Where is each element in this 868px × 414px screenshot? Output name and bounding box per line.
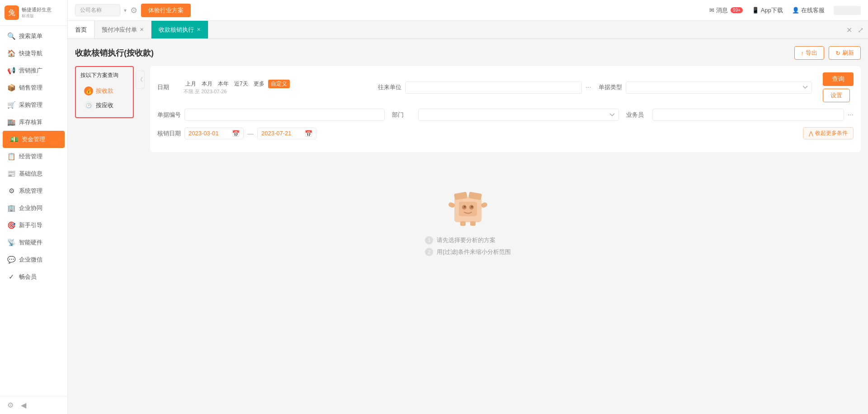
tab-expand-icon[interactable]: ⤢ (858, 25, 863, 34)
offset-date-start-input[interactable] (189, 130, 229, 137)
date-label: 日期 (157, 83, 180, 91)
svg-rect-3 (459, 202, 477, 216)
sidebar-item-quick-nav[interactable]: 🏠 快捷导航 (0, 45, 67, 62)
finance-label: 资金管理 (22, 135, 45, 143)
set-btn[interactable]: 设置 (823, 89, 850, 102)
tab-home-label: 首页 (75, 26, 87, 34)
app-download-btn[interactable]: 📱 App下载 (752, 6, 783, 14)
sidebar-item-guide[interactable]: 🎯 新手引导 (0, 217, 67, 234)
message-btn[interactable]: ✉ 消息 99+ (709, 6, 743, 14)
cal-end-icon[interactable]: 📅 (305, 130, 312, 137)
filter-row-2: 单据编号 部门 业务员 ··· (157, 109, 854, 121)
counterparty-ellipsis-icon[interactable]: ··· (585, 83, 591, 91)
offset-date-start-wrap: 📅 (184, 128, 244, 139)
date-shortcuts-wrap: 上月 本月 本年 近7天 更多 自定义 不限 至 2023-07-26 (184, 80, 290, 95)
hint-num-2: 2 (425, 248, 433, 256)
chevron-down-icon[interactable]: ▾ (124, 7, 127, 14)
sidebar-item-system[interactable]: ⚙ 系统管理 (0, 182, 67, 200)
sidebar-settings-icon[interactable]: ⚙ (7, 401, 14, 409)
tab-close-window-icon[interactable]: ✕ (846, 25, 852, 34)
basic-info-label: 基础信息 (19, 170, 42, 178)
company-selector[interactable]: 公司名称 (75, 4, 120, 16)
member-icon: ✓ (7, 273, 15, 281)
doc-no-input[interactable] (184, 109, 385, 121)
refresh-btn[interactable]: ↻ 刷新 (829, 46, 861, 60)
offset-date-field: 核销日期 📅 — 📅 (157, 128, 796, 139)
app-logo-icon: 兔 (5, 5, 19, 20)
counterparty-input[interactable] (405, 81, 582, 94)
sidebar-nav: 🔍 搜索菜单 🏠 快捷导航 📢 营销推广 📦 销售管理 🛒 采购管理 🏬 库存核… (0, 26, 67, 396)
date-shortcut-7days[interactable]: 近7天 (232, 80, 250, 88)
collapse-more-btn[interactable]: ⋀ 收起更多条件 (803, 127, 854, 139)
system-icon: ⚙ (7, 187, 15, 195)
counterparty-label: 往来单位 (378, 83, 401, 91)
sidebar-item-search[interactable]: 🔍 搜索菜单 (0, 28, 67, 45)
filter-option-by-receipt[interactable]: 💰 按收款 (80, 84, 128, 98)
employee-field: 业务员 ··· (626, 109, 854, 121)
tab-prepay-close[interactable]: ✕ (140, 27, 144, 33)
quick-nav-label: 快捷导航 (19, 49, 42, 57)
service-label: 在线客服 (801, 6, 825, 14)
basic-info-icon: 📰 (7, 170, 15, 178)
collapse-more-label: 收起更多条件 (815, 129, 848, 137)
wechat-icon: 💬 (7, 256, 15, 264)
system-label: 系统管理 (19, 187, 42, 195)
collapse-more-wrap: ⋀ 收起更多条件 (803, 127, 854, 139)
query-btn[interactable]: 查询 (823, 72, 854, 86)
date-range-separator: — (247, 130, 254, 137)
filter-option-by-receivable[interactable]: 🕐 按应收 (80, 98, 128, 113)
by-receivable-label: 按应收 (96, 101, 113, 109)
date-field: 日期 上月 本月 本年 近7天 更多 自定义 不限 至 2023-07-26 (157, 80, 371, 95)
employee-ellipsis-icon[interactable]: ··· (848, 111, 854, 119)
doc-type-select[interactable] (626, 81, 812, 94)
tab-prepay-label: 预付冲应付单 (102, 26, 137, 34)
sidebar-item-operation[interactable]: 📋 经营管理 (0, 148, 67, 165)
empty-hint-2: 2 用[过滤]条件来缩小分析范围 (425, 248, 510, 256)
date-shortcut-this-year[interactable]: 本年 (216, 80, 231, 88)
sidebar-item-hardware[interactable]: 📡 智能硬件 (0, 234, 67, 251)
tab-prepay[interactable]: 预付冲应付单 ✕ (94, 21, 151, 38)
tab-home[interactable]: 首页 (68, 21, 94, 38)
enterprise-label: 企业协同 (19, 204, 42, 212)
sidebar-item-wechat[interactable]: 💬 企业微信 (0, 251, 67, 268)
sidebar-item-inventory[interactable]: 🏬 库存核算 (0, 114, 67, 131)
hardware-icon: 📡 (7, 238, 15, 247)
sidebar-item-purchase[interactable]: 🛒 采购管理 (0, 96, 67, 114)
online-service-btn[interactable]: 👤 在线客服 (792, 6, 825, 14)
collapse-sidebar-btn[interactable]: 《 (136, 71, 145, 89)
purchase-label: 采购管理 (19, 101, 42, 109)
hint-num-1: 1 (425, 236, 433, 244)
sales-icon: 📦 (7, 84, 15, 92)
date-shortcut-more[interactable]: 更多 (252, 80, 266, 88)
sidebar-item-basic-info[interactable]: 📰 基础信息 (0, 165, 67, 182)
svg-rect-11 (481, 202, 488, 208)
sidebar-item-enterprise[interactable]: 🏢 企业协同 (0, 200, 67, 217)
refresh-icon: ↻ (835, 50, 840, 57)
employee-input[interactable] (652, 109, 844, 121)
hint-text-2: 用[过滤]条件来缩小分析范围 (437, 248, 510, 256)
offset-date-end-wrap: 📅 (257, 128, 316, 139)
sales-label: 销售管理 (19, 84, 42, 92)
marketing-label: 营销推广 (19, 67, 42, 75)
tab-receipt-offset-close[interactable]: ✕ (197, 27, 201, 33)
date-shortcut-last-month[interactable]: 上月 (184, 80, 198, 88)
sidebar-item-member[interactable]: ✓ 畅会员 (0, 268, 67, 286)
settings-icon[interactable]: ⚙ (130, 5, 137, 15)
date-shortcut-custom[interactable]: 自定义 (268, 80, 290, 88)
cal-start-icon[interactable]: 📅 (232, 130, 240, 137)
counterparty-field: 往来单位 ··· (378, 81, 591, 94)
tab-receipt-offset[interactable]: 收款核销执行 ✕ (151, 21, 208, 38)
refresh-label: 刷新 (842, 49, 854, 57)
dept-label: 部门 (392, 111, 415, 119)
sidebar-collapse-icon[interactable]: ◀ (21, 401, 26, 409)
sidebar-item-marketing[interactable]: 📢 营销推广 (0, 62, 67, 79)
operation-icon: 📋 (7, 152, 15, 161)
offset-date-end-input[interactable] (261, 130, 302, 137)
date-shortcut-this-month[interactable]: 本月 (200, 80, 214, 88)
sidebar-item-finance[interactable]: 💵 资金管理 (3, 131, 65, 148)
industry-btn[interactable]: 体验行业方案 (141, 4, 191, 17)
user-avatar[interactable] (834, 6, 861, 15)
export-btn[interactable]: ↑ 导出 (794, 46, 825, 60)
sidebar-item-sales[interactable]: 📦 销售管理 (0, 79, 67, 96)
dept-select[interactable] (418, 109, 619, 121)
